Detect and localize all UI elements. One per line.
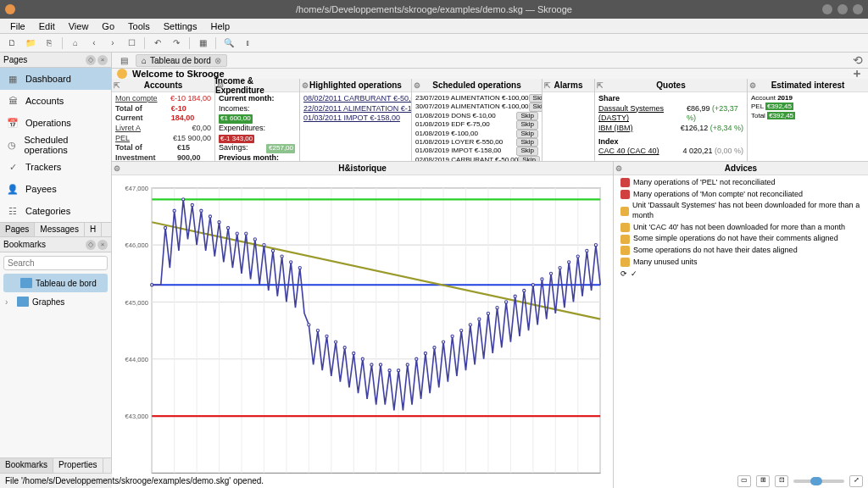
status-btn-2[interactable]: ⊞ [756, 475, 770, 487]
menu-view[interactable]: View [62, 21, 96, 31]
skip-button[interactable]: Skip [516, 138, 538, 147]
bookmarks-float-icon[interactable]: ◇ [86, 240, 96, 250]
undo-button[interactable]: ↶ [149, 36, 166, 51]
svg-point-51 [290, 261, 292, 263]
bookmark-search-input[interactable] [3, 256, 108, 270]
menu-go[interactable]: Go [95, 21, 121, 31]
advice-row[interactable]: Unit 'Dassault Systemes' has not been do… [617, 200, 865, 221]
bottom-tab-bookmarks[interactable]: Bookmarks [0, 458, 53, 473]
skip-button[interactable]: Skip [529, 94, 542, 103]
svg-point-73 [487, 312, 489, 314]
welcome-text: Welcome to Skrooge [132, 69, 225, 79]
advice-row[interactable]: Some operations do not have their dates … [617, 245, 865, 257]
widget-menu-icon[interactable]: ⚙ [615, 164, 622, 173]
redo-button[interactable]: ↷ [168, 36, 185, 51]
zoom-slider[interactable] [793, 480, 844, 483]
sidebar-item-payees[interactable]: 👤Payees [0, 178, 111, 200]
bank-icon: 🏛 [7, 95, 19, 107]
bookmarks-close-icon[interactable]: × [97, 240, 108, 250]
svg-point-38 [173, 209, 175, 212]
grid-button[interactable]: ▦ [194, 36, 211, 51]
account-row[interactable]: Mon compte€-10 184,00 [115, 94, 211, 104]
clock-icon: ◷ [7, 139, 17, 151]
svg-point-57 [343, 347, 346, 349]
tab-label: Tableau de bord [150, 56, 211, 65]
forward-button[interactable]: › [104, 36, 121, 51]
skip-button[interactable]: Skip [516, 147, 538, 155]
skip-button[interactable]: Skip [516, 130, 538, 138]
bookmark-tableau-de-bord[interactable]: Tableau de bord [3, 274, 108, 292]
skip-button[interactable]: Skip [529, 103, 542, 111]
advice-row[interactable]: Some simple operations do not have their… [617, 233, 865, 245]
refresh-icon[interactable]: ⟳ [620, 269, 627, 280]
check-icon[interactable]: ✓ [631, 269, 637, 280]
account-row[interactable]: Livret A€0,00 [115, 124, 211, 134]
status-btn-4[interactable]: ⤢ [849, 475, 863, 487]
skip-button[interactable]: Skip [516, 112, 538, 120]
menu-settings[interactable]: Settings [157, 21, 204, 31]
panel-float-icon[interactable]: ◇ [86, 55, 96, 65]
stats-icon[interactable]: ⫾ [239, 36, 256, 51]
highlighted-op[interactable]: 22/02/2011 ALIMENTATION €-100,00 [303, 104, 408, 114]
tab-dashboard[interactable]: ⌂ Tableau de bord ⊗ [136, 54, 227, 67]
svg-text:€44,000: €44,000 [125, 356, 148, 363]
tab-list-icon[interactable]: ▤ [115, 53, 132, 68]
advice-row[interactable]: Many unused units [617, 257, 865, 269]
widget-menu-icon[interactable]: ⚙ [217, 81, 224, 90]
subtab-pages[interactable]: Pages [0, 223, 35, 236]
bookmark-graphes[interactable]: ›Graphes [0, 292, 111, 311]
advice-row[interactable]: Many operations of 'PEL' not reconciliat… [617, 177, 865, 189]
sidebar-item-operations[interactable]: 📅Operations [0, 112, 111, 134]
save-button[interactable]: ⎘ [41, 36, 58, 51]
back-button[interactable]: ‹ [86, 36, 103, 51]
new-file-button[interactable]: 🗋 [3, 36, 20, 51]
bookmark-button[interactable]: ☐ [123, 36, 140, 51]
close-button[interactable] [853, 4, 863, 14]
sidebar-item-trackers[interactable]: ✓Trackers [0, 156, 111, 178]
widget-title: Income & Expenditure [215, 76, 299, 95]
svg-point-39 [182, 198, 185, 201]
sidebar-item-accounts[interactable]: 🏛Accounts [0, 90, 111, 112]
svg-point-53 [308, 324, 310, 326]
widget-menu-icon[interactable]: ⚙ [114, 164, 120, 173]
widget-menu-icon[interactable]: ⇱ [544, 81, 551, 90]
sidebar-item-scheduled-operations[interactable]: ◷Scheduled operations [0, 134, 111, 156]
sidebar-item-dashboard[interactable]: ▦Dashboard [0, 68, 111, 90]
menu-edit[interactable]: Edit [32, 21, 62, 31]
skip-button[interactable]: Skip [516, 120, 538, 129]
panel-close-icon[interactable]: × [97, 55, 108, 65]
open-button[interactable]: 📁 [22, 36, 39, 51]
account-row[interactable]: PEL€15 900,00 [115, 134, 211, 144]
skip-button[interactable]: Skip [518, 156, 540, 161]
maximize-button[interactable] [837, 4, 848, 14]
widget-menu-icon[interactable]: ⚙ [749, 81, 756, 90]
menu-tools[interactable]: Tools [121, 21, 157, 31]
highlighted-op[interactable]: 08/02/2011 CARBURANT €-50,00 [303, 94, 408, 104]
status-btn-1[interactable]: ▭ [737, 475, 751, 487]
advice-row[interactable]: Unit 'CAC 40' has not been downloaded fo… [617, 222, 865, 234]
highlighted-op[interactable]: 01/03/2011 IMPOT €-158,00 [303, 114, 408, 124]
minimize-button[interactable] [822, 4, 832, 14]
home-button[interactable]: ⌂ [67, 36, 84, 51]
svg-point-71 [469, 324, 471, 326]
widget-menu-icon[interactable]: ⇱ [114, 81, 120, 90]
widget-quotes: ⇱Quotes ShareDassault Systemes (DASTY)€8… [595, 79, 748, 161]
tab-close-icon[interactable]: ⊗ [214, 56, 221, 65]
subtab-messages[interactable]: Messages [35, 223, 85, 236]
menu-file[interactable]: File [3, 21, 32, 31]
search-icon[interactable]: 🔍 [220, 36, 237, 51]
restore-layout-icon[interactable]: ⟲ [853, 53, 863, 67]
svg-point-55 [326, 335, 328, 337]
widget-menu-icon[interactable]: ⚙ [302, 81, 309, 90]
status-btn-3[interactable]: ⊡ [775, 475, 788, 487]
widget-menu-icon[interactable]: ⚙ [414, 81, 420, 90]
subtab-h[interactable]: H [85, 223, 102, 236]
svg-point-65 [415, 358, 418, 360]
bottom-tab-properties[interactable]: Properties [53, 458, 103, 473]
sidebar-item-categories[interactable]: ☷Categories [0, 200, 111, 222]
widget-menu-icon[interactable]: ⇱ [597, 81, 604, 90]
menu-help[interactable]: Help [203, 21, 236, 31]
window-title: /home/s/Developpements/skrooge/examples/… [296, 4, 572, 14]
advice-row[interactable]: Many operations of 'Mon compte' not reco… [617, 189, 865, 201]
titlebar: /home/s/Developpements/skrooge/examples/… [0, 0, 868, 19]
